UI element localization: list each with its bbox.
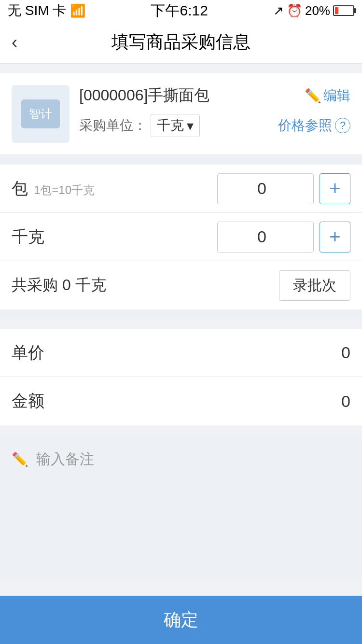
bao-input-row: 包 1包=10千克 + — [0, 165, 362, 213]
back-button[interactable]: ‹ — [12, 32, 17, 53]
nav-bar: ‹ 填写商品采购信息 — [0, 21, 362, 64]
page-title: 填写商品采购信息 — [111, 30, 251, 54]
wifi-icon: 📶 — [70, 3, 85, 18]
pencil-icon: ✏️ — [12, 451, 28, 467]
edit-button[interactable]: ✏️ 编辑 — [305, 86, 350, 105]
product-logo: 智计 — [21, 99, 60, 128]
status-bar: 无 SIM 卡 📶 下午6:12 ↗ ⏰ 20% — [0, 0, 362, 21]
summary-unit: 千克 — [75, 276, 106, 294]
amount-value: 0 — [341, 392, 350, 411]
summary-text: 共采购 0 千克 — [12, 275, 106, 296]
summary-row: 共采购 0 千克 录批次 — [0, 261, 362, 309]
price-ref-label: 价格参照 — [278, 116, 332, 135]
bao-label: 包 — [12, 178, 28, 200]
battery-icon — [333, 5, 354, 16]
status-left: 无 SIM 卡 📶 — [8, 1, 85, 20]
unit-label: 采购单位： — [79, 116, 147, 135]
product-name-row: [0000006]手撕面包 ✏️ 编辑 — [79, 85, 350, 106]
section-divider-1 — [0, 155, 362, 165]
bao-label-wrap: 包 1包=10千克 — [12, 178, 95, 200]
status-time: 下午6:12 — [151, 1, 208, 21]
product-card: 智计 [0000006]手撕面包 ✏️ 编辑 采购单位： 千克 ▾ 价格参照 ? — [0, 73, 362, 155]
unit-wrapper: 采购单位： 千克 ▾ — [79, 114, 200, 137]
remark-placeholder: 输入备注 — [36, 449, 94, 469]
kg-quantity-input[interactable] — [217, 222, 314, 252]
unit-price-value: 0 — [341, 343, 350, 362]
section-divider-2 — [0, 309, 362, 319]
amount-label: 金额 — [12, 390, 44, 412]
no-sim-text: 无 SIM 卡 — [8, 1, 66, 20]
bao-sublabel: 1包=10千克 — [34, 182, 95, 198]
product-info: [0000006]手撕面包 ✏️ 编辑 采购单位： 千克 ▾ 价格参照 ? — [79, 85, 350, 137]
batch-record-button[interactable]: 录批次 — [279, 270, 350, 301]
battery-fill — [335, 7, 338, 14]
bao-quantity-input[interactable] — [217, 173, 314, 204]
unit-price-row: 单价 0 — [0, 329, 362, 377]
price-section: 单价 0 金额 0 — [0, 329, 362, 425]
remark-section[interactable]: ✏️ 输入备注 — [0, 435, 362, 483]
unit-select[interactable]: 千克 ▾ — [151, 114, 200, 137]
bao-plus-button[interactable]: + — [320, 173, 350, 204]
input-section: 包 1包=10千克 + 千克 + — [0, 165, 362, 261]
edit-icon: ✏️ — [305, 88, 321, 104]
location-icon: ↗ — [273, 3, 284, 18]
confirm-bar[interactable]: 确定 — [0, 596, 362, 644]
battery-text: 20% — [305, 3, 330, 18]
content-spacer — [0, 483, 362, 580]
kg-input-row: 千克 + — [0, 213, 362, 261]
edit-label: 编辑 — [323, 86, 350, 105]
alarm-icon: ⏰ — [287, 3, 302, 18]
dropdown-icon: ▾ — [187, 118, 194, 134]
amount-row: 金额 0 — [0, 377, 362, 425]
kg-plus-button[interactable]: + — [320, 222, 350, 252]
unit-price-label: 单价 — [12, 342, 44, 364]
summary-amount: 0 — [62, 276, 71, 294]
kg-input-right: + — [217, 222, 350, 252]
confirm-label: 确定 — [164, 608, 198, 632]
bao-input-right: + — [217, 173, 350, 204]
price-reference-button[interactable]: 价格参照 ? — [278, 116, 350, 135]
product-name: [0000006]手撕面包 — [79, 85, 209, 106]
unit-value: 千克 — [157, 116, 184, 135]
logo-text: 智计 — [29, 106, 52, 122]
kg-label-wrap: 千克 — [12, 226, 44, 248]
kg-label: 千克 — [12, 226, 44, 248]
help-icon: ? — [335, 118, 350, 133]
summary-prefix: 共采购 — [12, 276, 58, 294]
product-image: 智计 — [12, 85, 70, 143]
status-right: ↗ ⏰ 20% — [273, 3, 354, 18]
product-unit-row: 采购单位： 千克 ▾ 价格参照 ? — [79, 114, 350, 137]
